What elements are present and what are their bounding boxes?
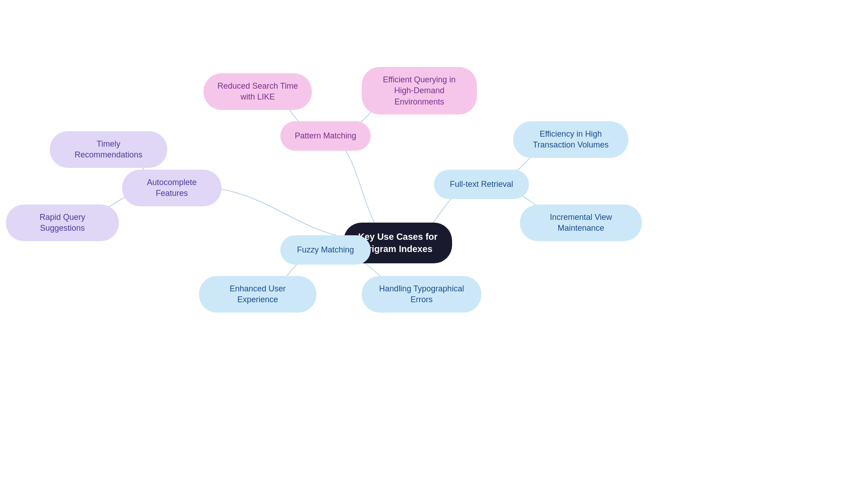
autocomplete-features-node: Autocomplete Features [122,170,222,206]
efficiency-high-transaction-node: Efficiency in High Transaction Volumes [513,121,628,158]
handling-typographical-errors-node: Handling Typographical Errors [362,276,481,313]
enhanced-user-experience-node: Enhanced User Experience [199,276,316,313]
pattern-matching-node: Pattern Matching [280,121,371,151]
fuzzy-matching-node: Fuzzy Matching [280,235,371,265]
mindmap-container: Key Use Cases for Trigram IndexesReduced… [0,0,868,490]
full-text-retrieval-node: Full-text Retrieval [434,170,529,199]
rapid-query-suggestions-node: Rapid Query Suggestions [6,205,119,241]
reduced-search-time-node: Reduced Search Time with LIKE [203,73,312,110]
efficient-querying-node: Efficient Querying in High-Demand Enviro… [362,67,477,114]
timely-recommendations-node: Timely Recommendations [50,131,167,168]
incremental-view-maintenance-node: Incremental View Maintenance [520,205,642,241]
